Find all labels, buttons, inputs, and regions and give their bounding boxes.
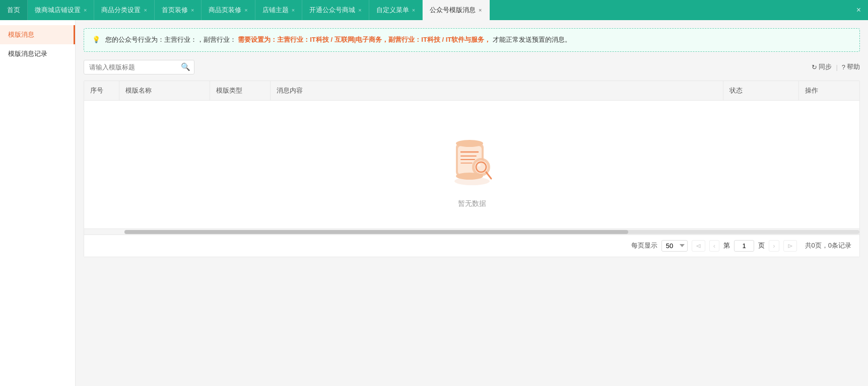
close-all-tabs[interactable]: ×	[849, 6, 868, 15]
sync-icon: ↻	[812, 63, 817, 71]
pagination: 每页显示 10 20 50 100 ⊲ ‹ 第 页 › ⊳ 共0页，0条记录	[84, 235, 859, 257]
th-action: 操作	[799, 81, 859, 100]
total-info: 共0页，0条记录	[805, 241, 851, 250]
page-size-select[interactable]: 10 20 50 100	[661, 240, 688, 252]
svg-point-13	[478, 164, 481, 167]
th-message-content: 消息内容	[271, 81, 723, 100]
help-icon: ?	[842, 63, 845, 71]
last-page-button[interactable]: ⊳	[783, 240, 797, 252]
th-status: 状态	[723, 81, 799, 100]
empty-text: 暂无数据	[458, 199, 486, 208]
close-tab-category[interactable]: ×	[144, 7, 147, 13]
main-layout: 模版消息 模版消息记录 💡 您的公众号行业为：主营行业：，副营行业： 需要设置为…	[0, 20, 868, 386]
data-table: 序号 模版名称 模版类型 消息内容 状态 操作	[84, 81, 860, 257]
close-tab-open-mall[interactable]: ×	[358, 7, 361, 13]
tab-category-settings[interactable]: 商品分类设置 ×	[94, 0, 154, 20]
th-index: 序号	[84, 81, 119, 100]
scrollbar-thumb[interactable]	[124, 230, 628, 234]
top-navigation: 首页 微商城店铺设置 × 商品分类设置 × 首页装修 × 商品页装修 × 店铺主…	[0, 0, 868, 20]
divider: |	[836, 63, 837, 71]
page-unit: 页	[758, 241, 765, 250]
notice-icon: 💡	[92, 36, 100, 43]
tab-product-decor[interactable]: 商品页装修 ×	[202, 0, 255, 20]
sync-button[interactable]: ↻ 同步	[812, 62, 832, 71]
empty-icon	[442, 131, 502, 191]
page-label: 第	[723, 241, 730, 250]
next-page-button[interactable]: ›	[769, 240, 779, 252]
tab-template-message[interactable]: 公众号模版消息 ×	[423, 0, 489, 20]
sidebar-item-template-message-log[interactable]: 模版消息记录	[0, 44, 75, 63]
prev-page-button[interactable]: ‹	[709, 240, 719, 252]
search-right: ↻ 同步 | ? 帮助	[812, 62, 860, 71]
tab-custom-menu[interactable]: 自定义菜单 ×	[369, 0, 423, 20]
close-tab-store-settings[interactable]: ×	[84, 7, 87, 13]
page-size-label: 每页显示	[631, 241, 657, 250]
tab-open-mall[interactable]: 开通公众号商城 ×	[302, 0, 369, 20]
first-page-button[interactable]: ⊲	[692, 240, 705, 252]
close-tab-template-message[interactable]: ×	[479, 7, 482, 13]
th-template-type: 模版类型	[210, 81, 271, 100]
tab-store-theme[interactable]: 店铺主题 ×	[255, 0, 302, 20]
th-template-name: 模版名称	[119, 81, 210, 100]
svg-line-12	[486, 172, 491, 179]
close-tab-product-decor[interactable]: ×	[244, 7, 247, 13]
search-button[interactable]: 🔍	[181, 62, 190, 71]
empty-state: 暂无数据	[84, 101, 859, 228]
notice-highlight: 需要设置为：主营行业：IT科技 / 互联网|电子商务，副营行业：IT科技 / I…	[238, 36, 491, 43]
scrollbar-track	[124, 230, 859, 234]
search-input[interactable]	[84, 60, 194, 74]
search-left: 🔍	[84, 60, 194, 74]
sidebar-item-template-message[interactable]: 模版消息	[0, 25, 75, 44]
help-button[interactable]: ? 帮助	[842, 62, 860, 71]
close-tab-store-theme[interactable]: ×	[292, 7, 295, 13]
notice-box: 💡 您的公众号行业为：主营行业：，副营行业： 需要设置为：主营行业：IT科技 /…	[84, 28, 860, 52]
sidebar: 模版消息 模版消息记录	[0, 20, 76, 386]
horizontal-scrollbar[interactable]	[84, 228, 859, 235]
tab-home[interactable]: 首页	[0, 0, 28, 20]
table-header: 序号 模版名称 模版类型 消息内容 状态 操作	[84, 81, 859, 101]
close-tab-homepage-decor[interactable]: ×	[191, 7, 194, 13]
tab-homepage-decor[interactable]: 首页装修 ×	[155, 0, 202, 20]
search-bar: 🔍 ↻ 同步 | ? 帮助	[84, 60, 860, 74]
close-tab-custom-menu[interactable]: ×	[412, 7, 415, 13]
search-input-wrap: 🔍	[84, 60, 194, 74]
tab-store-settings[interactable]: 微商城店铺设置 ×	[28, 0, 94, 20]
page-number-input[interactable]	[734, 240, 754, 252]
content-area: 💡 您的公众号行业为：主营行业：，副营行业： 需要设置为：主营行业：IT科技 /…	[76, 20, 868, 386]
svg-point-7	[456, 140, 483, 147]
